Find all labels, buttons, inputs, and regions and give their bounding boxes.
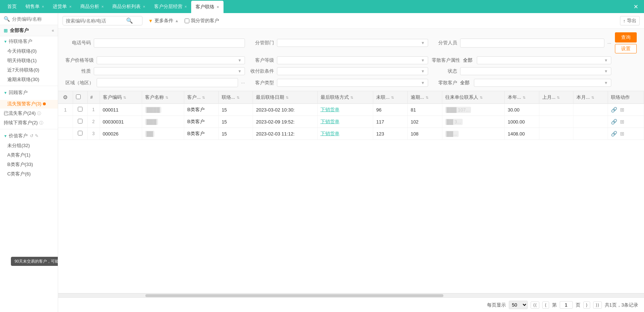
th-unit-contact[interactable]: 往来单位联系人⇅ (442, 91, 504, 104)
filter-price-tier-select[interactable]: ▼ (97, 56, 245, 64)
tab-customer-tier-close[interactable]: × (185, 4, 187, 9)
tab-customer-contact[interactable]: 客户联络 × (191, 1, 223, 13)
tab-analysis-list[interactable]: 商品分析列表 × (108, 0, 149, 13)
refresh-icon[interactable]: ↺ (30, 133, 33, 138)
th-this-year[interactable]: 本年...⇅ (504, 91, 539, 104)
sidebar-group-pending-contact[interactable]: ▼ 待联络客户 (0, 36, 58, 46)
tab-purchase[interactable]: 进货单 × (48, 0, 76, 13)
filter-field-customer-tier: 客户等级 ▼ (249, 56, 428, 64)
th-last-date[interactable]: 最后联络日期⇅ (253, 91, 317, 104)
sidebar-search-input[interactable] (12, 16, 58, 22)
filter-customer-type-select[interactable]: ▼ (277, 79, 428, 87)
filter-phone-input[interactable] (94, 39, 245, 48)
page-first-button[interactable]: ⟨⟨ (531, 301, 539, 309)
sidebar-item-c-class[interactable]: C类客户(6) (0, 169, 58, 179)
scrollbar-thumb[interactable] (145, 294, 443, 297)
sidebar-item-hold-lower[interactable]: 持续下滑客户(2) ⓘ (0, 118, 58, 127)
query-button[interactable]: 查询 (615, 32, 637, 42)
tab-analysis-close[interactable]: × (101, 4, 104, 9)
grid-action-icon-3[interactable]: ⊞ (620, 131, 624, 137)
tab-purchase-close[interactable]: × (69, 4, 71, 9)
grid-action-icon-2[interactable]: ⊞ (620, 119, 624, 125)
link-action-icon-3[interactable]: 🔗 (611, 131, 617, 137)
filter-field-payment: 收付款条件 ▼ (249, 67, 428, 75)
sidebar-item-a-class[interactable]: A类客户(1) (0, 150, 58, 160)
row-check[interactable] (73, 104, 87, 116)
page-last-button[interactable]: ⟩⟩ (593, 301, 602, 309)
tab-sales-close[interactable]: × (42, 4, 44, 9)
grid-action-icon[interactable]: ⊞ (620, 107, 624, 113)
sidebar-group-value[interactable]: ▼ 价值客户 ↺ ✎ (0, 131, 58, 141)
sidebar-collapse-button[interactable]: « (52, 28, 54, 33)
export-button[interactable]: ↑ 导出 (620, 16, 640, 25)
row-check[interactable] (73, 128, 87, 140)
th-type[interactable]: 客户...⇅ (184, 91, 219, 104)
filter-customer-tier-select[interactable]: ▼ (277, 56, 428, 64)
tab-analysis-list-close[interactable]: × (143, 4, 145, 9)
th-contact[interactable]: 联络...⇅ (218, 91, 253, 104)
sort-arrow-icon-4: ⇅ (237, 96, 240, 100)
th-this-month[interactable]: 本月...⇅ (573, 91, 608, 104)
search-input[interactable] (66, 18, 124, 24)
th-overdue[interactable]: 逾期...⇅ (407, 91, 442, 104)
sidebar-item-week[interactable]: 近7天待联络(0) (0, 65, 58, 75)
my-customers-checkbox-label[interactable]: 我分管的客户 (185, 17, 219, 24)
chevron-down-icon: ▼ (421, 41, 425, 45)
link-action-icon[interactable]: 🔗 (611, 107, 617, 113)
row-checkbox-3[interactable] (78, 131, 82, 135)
filter-region-more[interactable]: ··· (241, 80, 245, 85)
my-customers-checkbox[interactable] (185, 19, 189, 23)
th-last-month[interactable]: 上月...⇅ (539, 91, 573, 104)
sidebar-item-churn-warning[interactable]: 流失预警客户(3) (0, 100, 58, 109)
edit-icon[interactable]: ✎ (35, 133, 39, 138)
link-action-icon-2[interactable]: 🔗 (611, 119, 617, 125)
sidebar-all-customers-header[interactable]: ⊞ 全部客户 « (0, 25, 58, 36)
filter-person-input[interactable] (460, 39, 604, 48)
filter-zero-attr-select[interactable]: ▼ (477, 56, 611, 64)
per-page-select[interactable]: 50 20 100 (509, 301, 528, 309)
th-last-method[interactable]: 最后联络方式⇅ (317, 91, 373, 104)
gear-icon[interactable]: ⚙ (63, 94, 68, 100)
th-gear[interactable]: ⚙ (58, 91, 73, 104)
filter-payment-select[interactable]: ▼ (277, 67, 428, 75)
row-check[interactable] (73, 116, 87, 128)
filter-zero-customer-select[interactable]: ▼ (474, 79, 611, 87)
settings-button[interactable]: 设置 (615, 44, 637, 53)
sidebar-group-churn[interactable]: ▼ 回顾客户 (0, 88, 58, 98)
horizontal-scrollbar[interactable] (58, 293, 644, 297)
row-checkbox-2[interactable] (78, 119, 82, 123)
sidebar-item-today[interactable]: 今天待联络(0) (0, 46, 58, 56)
sort-arrow-icon-7: ⇅ (391, 96, 394, 100)
filter-row-1: 电话号码 分管部门 ▼ 分管人员 ··· 查询 设置 (65, 32, 637, 53)
page-prev-button[interactable]: ⟨ (542, 301, 549, 309)
filter-gender-select[interactable]: ▼ (94, 67, 245, 75)
sidebar-search-icon: 🔍 (4, 16, 10, 22)
filter-dept-select[interactable]: ▼ (277, 39, 428, 47)
th-not-contacted[interactable]: 未联...⇅ (373, 91, 408, 104)
sidebar-item-unclassified[interactable]: 未分组(32) (0, 141, 58, 150)
sidebar-item-overdue[interactable]: 逾期未联络(30) (0, 75, 58, 84)
filter-status-select[interactable]: ▼ (460, 67, 611, 75)
sidebar-item-b-class[interactable]: B类客户(33) (0, 160, 58, 169)
tab-sales[interactable]: 销售单 × (21, 0, 48, 13)
window-close-button[interactable]: ✕ (631, 3, 641, 10)
filter-person-more[interactable]: ··· (607, 40, 611, 46)
tab-customer-tier[interactable]: 客户分层经营 × (150, 0, 191, 13)
tab-home[interactable]: 首页 (3, 0, 21, 13)
select-all-checkbox[interactable] (76, 94, 81, 99)
filter-more-btn[interactable]: ▼ 更多条件 ▲ (146, 16, 181, 25)
tab-customer-contact-close[interactable]: × (217, 5, 219, 9)
filter-region-input[interactable] (97, 78, 238, 87)
page-next-button[interactable]: ⟩ (583, 301, 590, 309)
search-button-icon[interactable]: 🔍 (126, 17, 133, 24)
row-last-month (539, 104, 573, 116)
th-code[interactable]: 客户编码⇅ (100, 91, 142, 104)
row-checkbox[interactable] (78, 107, 82, 112)
sort-arrow-icon-2: ⇅ (165, 96, 168, 100)
th-name[interactable]: 客户名称⇅ (142, 91, 184, 104)
tab-analysis[interactable]: 商品分析 × (76, 0, 108, 13)
row-not-contacted-2: 117 (373, 116, 408, 128)
page-number-input[interactable] (560, 301, 573, 309)
sidebar-item-already-churn[interactable]: 已流失客户(24) ⓘ (0, 109, 58, 118)
sidebar-item-tomorrow[interactable]: 明天待联络(1) (0, 56, 58, 65)
